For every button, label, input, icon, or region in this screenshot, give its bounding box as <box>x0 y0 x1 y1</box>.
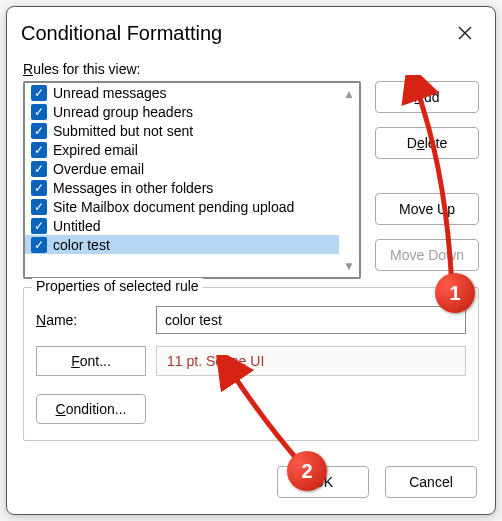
ok-button[interactable]: OK <box>277 466 369 498</box>
list-item[interactable]: ✓Unread group headers <box>25 102 339 121</box>
list-item[interactable]: ✓Messages in other folders <box>25 178 339 197</box>
list-item[interactable]: ✓Submitted but not sent <box>25 121 339 140</box>
name-row: Name: <box>36 306 466 334</box>
titlebar: Conditional Formatting <box>7 7 495 55</box>
dialog-footer: OK Cancel <box>7 454 495 514</box>
checkbox-icon[interactable]: ✓ <box>31 123 47 139</box>
add-button-rest: dd <box>424 89 440 105</box>
dialog-body: Rules for this view: ✓Unread messages✓Un… <box>7 55 495 454</box>
name-label: Name: <box>36 312 146 328</box>
list-item-label: color test <box>53 237 110 253</box>
font-button[interactable]: Font... <box>36 346 146 376</box>
checkbox-icon[interactable]: ✓ <box>31 104 47 120</box>
checkbox-icon[interactable]: ✓ <box>31 199 47 215</box>
list-item-label: Unread group headers <box>53 104 193 120</box>
scroll-down-icon[interactable]: ▼ <box>343 259 355 273</box>
list-item-label: Messages in other folders <box>53 180 213 196</box>
move-up-button[interactable]: Move Up <box>375 193 479 225</box>
list-item-label: Untitled <box>53 218 100 234</box>
rules-row: ✓Unread messages✓Unread group headers✓Su… <box>23 81 479 279</box>
condition-button[interactable]: Condition... <box>36 394 146 424</box>
rules-list-label: Rules for this view: <box>23 61 479 77</box>
rules-listbox[interactable]: ✓Unread messages✓Unread group headers✓Su… <box>23 81 361 279</box>
close-icon <box>458 26 472 40</box>
font-description: 11 pt. Segoe UI <box>156 346 466 376</box>
list-item-label: Overdue email <box>53 161 144 177</box>
checkbox-icon[interactable]: ✓ <box>31 161 47 177</box>
checkbox-icon[interactable]: ✓ <box>31 218 47 234</box>
list-item[interactable]: ✓Expired email <box>25 140 339 159</box>
conditional-formatting-dialog: Conditional Formatting Rules for this vi… <box>6 6 496 515</box>
close-button[interactable] <box>449 17 481 49</box>
checkbox-icon[interactable]: ✓ <box>31 237 47 253</box>
name-input[interactable] <box>156 306 466 334</box>
properties-group: Properties of selected rule Name: Font..… <box>23 287 479 441</box>
list-item[interactable]: ✓Site Mailbox document pending upload <box>25 197 339 216</box>
checkbox-icon[interactable]: ✓ <box>31 85 47 101</box>
delete-button[interactable]: Delete <box>375 127 479 159</box>
list-item[interactable]: ✓Untitled <box>25 216 339 235</box>
list-item[interactable]: ✓color test <box>25 235 339 254</box>
delete-button-mnemonic: e <box>417 135 425 151</box>
rules-list-inner: ✓Unread messages✓Unread group headers✓Su… <box>25 83 339 277</box>
list-item[interactable]: ✓Overdue email <box>25 159 339 178</box>
list-item-label: Unread messages <box>53 85 167 101</box>
checkbox-icon[interactable]: ✓ <box>31 180 47 196</box>
scroll-up-icon[interactable]: ▲ <box>343 87 355 101</box>
add-button-mnemonic: A <box>415 89 424 105</box>
scrollbar[interactable]: ▲ ▼ <box>339 83 359 277</box>
list-item-label: Submitted but not sent <box>53 123 193 139</box>
properties-legend: Properties of selected rule <box>32 278 203 294</box>
list-item-label: Expired email <box>53 142 138 158</box>
add-button[interactable]: Add <box>375 81 479 113</box>
dialog-title: Conditional Formatting <box>21 22 449 45</box>
list-item[interactable]: ✓Unread messages <box>25 83 339 102</box>
font-row: Font... 11 pt. Segoe UI <box>36 346 466 376</box>
checkbox-icon[interactable]: ✓ <box>31 142 47 158</box>
rules-button-column: Add Delete Move Up Move Down <box>375 81 479 279</box>
move-down-button: Move Down <box>375 239 479 271</box>
list-item-label: Site Mailbox document pending upload <box>53 199 294 215</box>
condition-row: Condition... <box>36 394 466 424</box>
cancel-button[interactable]: Cancel <box>385 466 477 498</box>
